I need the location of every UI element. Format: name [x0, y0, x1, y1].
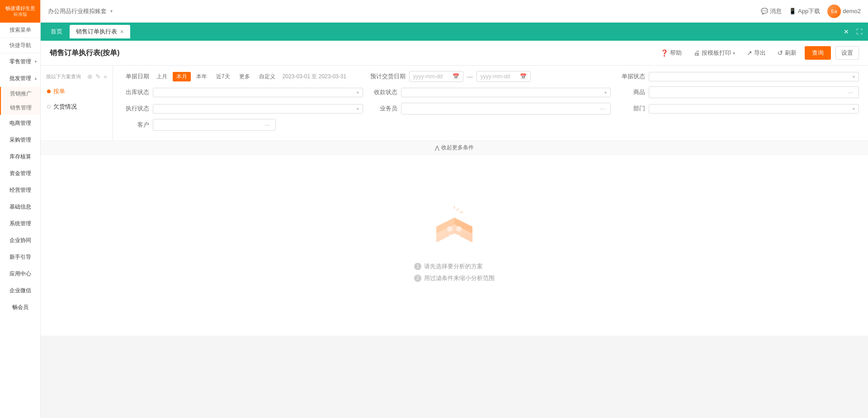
exec-status-select[interactable]: ▾	[153, 104, 363, 114]
tip-text-1: 请先选择要分析的方案	[424, 261, 483, 272]
sidebar-item-ecommerce[interactable]: 电商管理	[0, 115, 40, 132]
sidebar-item-member[interactable]: 畅会员	[0, 299, 40, 316]
export-btn[interactable]: ↗ 导出	[743, 47, 769, 59]
left-panel: 按以下方案查询 ⊕ ✎ « 按单 欠货情况	[41, 66, 113, 141]
receive-label: 收款状态	[370, 88, 397, 96]
add-scheme-icon[interactable]: ⊕	[87, 73, 93, 80]
breadcrumb-dropdown-icon[interactable]: ▾	[110, 9, 113, 14]
scheme-item-shortage[interactable]: 欠货情况	[41, 99, 113, 114]
sidebar-item-operations[interactable]: 经营管理	[0, 182, 40, 199]
svg-point-7	[456, 226, 462, 232]
date-tab-more[interactable]: 更多	[236, 72, 254, 81]
help-btn[interactable]: ❓ 帮助	[657, 47, 685, 59]
salesman-input[interactable]: ···	[401, 103, 611, 114]
filter-area: 按以下方案查询 ⊕ ✎ « 按单 欠货情况	[41, 66, 868, 141]
collapse-scheme-icon[interactable]: «	[104, 73, 107, 80]
wechat-label: 企业微信	[9, 287, 31, 294]
tab-sales-exec-close[interactable]: ✕	[120, 29, 124, 35]
date-label: 单据日期	[122, 72, 149, 81]
sidebar-item-finance[interactable]: 资金管理	[0, 165, 40, 182]
sidebar-item-system[interactable]: 系统管理	[0, 215, 40, 232]
date-tab-this-year[interactable]: 本年	[193, 72, 211, 81]
date-tab-this-month[interactable]: 本月	[173, 72, 191, 81]
collapse-icon: ⋀	[435, 145, 439, 151]
print-btn[interactable]: 🖨 按模板打印 ▾	[690, 47, 739, 59]
avatar: Ea	[827, 5, 841, 18]
product-input[interactable]: ···	[649, 86, 859, 98]
query-button[interactable]: 查询	[805, 46, 831, 60]
scheme-label-single: 按单	[53, 87, 65, 95]
refresh-btn[interactable]: ↺ 刷新	[774, 47, 800, 59]
help-icon: ❓	[660, 49, 668, 57]
customer-input[interactable]: ···	[153, 119, 276, 131]
message-label: 消息	[770, 7, 782, 15]
calendar-from-icon: 📅	[453, 73, 459, 80]
basic-label: 基础信息	[9, 203, 31, 211]
receive-select[interactable]: ▾	[401, 88, 611, 97]
tab-close-btn[interactable]: ✕	[842, 26, 851, 37]
doc-status-col: 单据状态 ▾	[618, 72, 859, 81]
tab-expand-btn[interactable]: ⛶	[854, 26, 864, 37]
sidebar-quick-nav[interactable]: 快捷导航	[0, 38, 40, 53]
out-stock-label: 出库状态	[122, 88, 149, 96]
date-to-placeholder: yyyy-mm-dd	[481, 73, 510, 80]
dept-select[interactable]: ▾	[649, 104, 859, 114]
salesman-dots-btn[interactable]: ···	[598, 105, 607, 112]
sidebar-item-appstore[interactable]: 应用中心	[0, 266, 40, 282]
expected-date-col: 预计交货日期 yyyy-mm-dd 📅 — yyyy-mm-dd 📅	[370, 71, 611, 82]
svg-line-4	[460, 212, 463, 213]
date-tab-7days[interactable]: 近7天	[212, 72, 234, 81]
scheme-dot-active	[47, 90, 51, 93]
message-btn[interactable]: 💬 消息	[761, 7, 782, 15]
sidebar-item-purchase[interactable]: 采购管理	[0, 132, 40, 148]
page-title: 销售订单执行表(按单)	[50, 48, 120, 58]
refresh-label: 刷新	[785, 49, 797, 57]
breadcrumb: 办公用品行业模拟账套	[48, 7, 107, 15]
sidebar-item-enterprise[interactable]: 企业协同	[0, 232, 40, 249]
sidebar-item-wechat[interactable]: 企业微信	[0, 282, 40, 299]
app-name: 畅捷通好生意	[5, 5, 35, 11]
sidebar-item-retail[interactable]: 零售管理	[0, 53, 40, 70]
date-from-input[interactable]: yyyy-mm-dd 📅	[409, 71, 463, 82]
print-icon: 🖨	[693, 49, 700, 57]
page-actions: ❓ 帮助 🖨 按模板打印 ▾ ↗ 导出 ↺ 刷新 查询 设置	[657, 46, 859, 60]
tab-sales-exec[interactable]: 销售订单执行表 ✕	[70, 25, 130, 38]
quick-nav-label: 快捷导航	[0, 42, 40, 49]
empty-state: 1 请先选择要分析的方案 2 用过滤条件来缩小分析范围	[41, 155, 868, 336]
exec-status-dropdown-icon: ▾	[357, 106, 359, 111]
app-download-btn[interactable]: 📱 App下载	[789, 7, 820, 15]
product-dots-btn[interactable]: ···	[846, 89, 855, 96]
app-logo: 畅捷通好生意 标准版	[0, 0, 40, 23]
date-tabs: 上月 本月 本年 近7天 更多 自定义	[153, 72, 279, 81]
sidebar-item-wholesale[interactable]: 批发管理	[0, 70, 40, 87]
scheme-item-single[interactable]: 按单	[41, 84, 113, 99]
sidebar-item-newbie[interactable]: 新手引导	[0, 249, 40, 266]
tab-home[interactable]: 首页	[44, 25, 69, 38]
customer-dots-btn[interactable]: ···	[263, 121, 272, 128]
doc-status-dropdown-icon: ▾	[853, 74, 855, 79]
export-label: 导出	[754, 49, 766, 57]
date-tab-custom[interactable]: 自定义	[255, 72, 279, 81]
edit-scheme-icon[interactable]: ✎	[95, 73, 101, 80]
content-area: 销售订单执行表(按单) ❓ 帮助 🖨 按模板打印 ▾ ↗ 导出 ↺ 刷新	[41, 41, 868, 418]
out-stock-select[interactable]: ▾	[153, 88, 363, 97]
sidebar-item-basic[interactable]: 基础信息	[0, 199, 40, 215]
date-to-input[interactable]: yyyy-mm-dd 📅	[476, 71, 531, 82]
user-area[interactable]: Ea demo2	[827, 5, 861, 18]
search-label: 搜索菜单	[3, 26, 38, 34]
sidebar-item-inventory[interactable]: 库存核算	[0, 148, 40, 165]
scheme-label-shortage: 欠货情况	[53, 103, 77, 111]
expected-date-label: 预计交货日期	[370, 72, 406, 81]
settings-button[interactable]: 设置	[835, 46, 859, 60]
sidebar-sub-item-sales[interactable]: 销售管理	[1, 101, 40, 115]
doc-status-select[interactable]: ▾	[649, 72, 859, 81]
sidebar-sub-item-marketing[interactable]: 营销推广	[1, 87, 40, 101]
date-tab-last-month[interactable]: 上月	[153, 72, 171, 81]
filter-row-3: 执行状态 ▾ 业务员 ··· 部门	[122, 103, 859, 114]
collapse-bar[interactable]: ⋀ 收起更多条件	[41, 141, 868, 154]
tab-sales-exec-label: 销售订单执行表	[76, 28, 117, 36]
filter-row-1: 单据日期 上月 本月 本年 近7天 更多 自定义 2023-03-01 至 20…	[122, 71, 859, 82]
exec-status-col: 执行状态 ▾	[122, 104, 363, 114]
sidebar-search[interactable]: 搜索菜单	[0, 23, 40, 38]
date-range-display: 2023-03-01 至 2023-03-31	[283, 73, 346, 81]
